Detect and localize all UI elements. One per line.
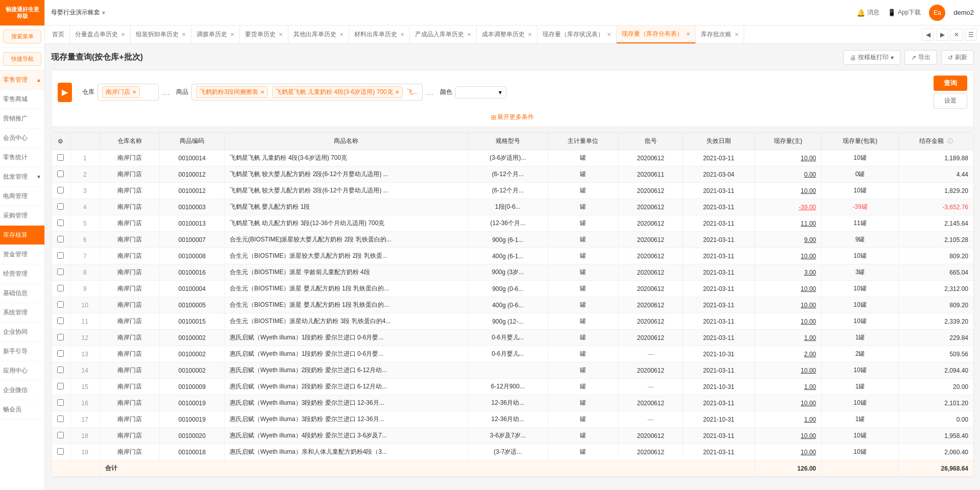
td-qty-main[interactable]: 10.00	[754, 297, 821, 313]
td-checkbox[interactable]	[52, 444, 70, 460]
close-icon[interactable]: ✕	[467, 32, 471, 37]
username-label[interactable]: demo2	[953, 9, 974, 16]
sidebar-item-inventory-audit[interactable]: 库存核算	[0, 226, 44, 245]
info-icon[interactable]: ⓘ	[947, 138, 953, 144]
sidebar-item-finance-mgmt[interactable]: 资金管理	[0, 245, 44, 264]
close-icon[interactable]: ✕	[686, 31, 690, 37]
td-qty-main[interactable]: 10.00	[754, 444, 821, 460]
td-qty-main[interactable]: 10.00	[754, 183, 821, 199]
sidebar-item-retail-mgmt[interactable]: 零售管理 ▲	[0, 70, 44, 90]
tab-other-out[interactable]: 其他出库单历史 ✕	[288, 26, 349, 43]
td-checkbox[interactable]	[52, 232, 70, 248]
td-qty-main[interactable]: 10.00	[754, 281, 821, 297]
sidebar-item-sys-mgmt[interactable]: 系统管理	[0, 303, 44, 323]
query-button[interactable]: 查询	[934, 76, 967, 91]
sidebar-item-marketing[interactable]: 营销推广	[0, 109, 44, 129]
close-icon[interactable]: ✕	[121, 32, 125, 37]
close-icon[interactable]: ✕	[182, 32, 186, 37]
refresh-button[interactable]: ↺ 刷新	[941, 50, 974, 65]
td-qty-main[interactable]: 0.00	[754, 166, 821, 183]
warehouse-more-icon[interactable]: …	[162, 88, 170, 96]
td-checkbox[interactable]	[52, 199, 70, 215]
td-qty-main[interactable]: 1.00	[754, 411, 821, 428]
td-qty-main[interactable]: 2.00	[754, 346, 821, 362]
td-checkbox[interactable]	[52, 166, 70, 183]
td-qty-main[interactable]: 10.00	[754, 150, 821, 166]
warehouse-input[interactable]: 南岸门店 ✕	[97, 84, 159, 101]
remove-product-2-icon[interactable]: ✕	[395, 89, 399, 95]
remove-warehouse-icon[interactable]: ✕	[132, 89, 136, 95]
tab-disassemble[interactable]: 组装拆卸单历史 ✕	[131, 26, 191, 43]
td-checkbox[interactable]	[52, 362, 70, 379]
product-more-icon[interactable]: …	[426, 88, 434, 96]
sidebar-item-basic-info[interactable]: 基础信息	[0, 284, 44, 303]
sidebar-item-enterprise-collab[interactable]: 企业协同	[0, 323, 44, 342]
td-qty-main[interactable]: 10.00	[754, 313, 821, 330]
industry-selector[interactable]: 母婴行业演示账套 ▾	[51, 8, 105, 17]
tab-menu-button[interactable]: ☰	[965, 29, 977, 41]
user-avatar[interactable]: Ea	[929, 5, 945, 21]
setting-button[interactable]: 设置	[934, 93, 967, 109]
color-input[interactable]: ▾	[455, 86, 506, 99]
sidebar-item-ops-mgmt[interactable]: 经营管理	[0, 264, 44, 284]
close-icon[interactable]: ✕	[339, 32, 344, 37]
tab-close-button[interactable]: ✕	[950, 29, 963, 41]
td-checkbox[interactable]	[52, 150, 70, 166]
tab-home[interactable]: 首页	[47, 26, 70, 43]
td-checkbox[interactable]	[52, 395, 70, 411]
td-qty-main[interactable]: 1.00	[754, 379, 821, 395]
app-download-button[interactable]: 📱 App下载	[888, 8, 921, 17]
close-icon[interactable]: ✕	[230, 32, 234, 37]
td-checkbox[interactable]	[52, 313, 70, 330]
sidebar-item-new-guide[interactable]: 新手引导	[0, 342, 44, 361]
close-icon[interactable]: ✕	[607, 32, 611, 37]
sidebar-item-member-center[interactable]: 会员中心	[0, 129, 44, 148]
sidebar-item-app-center[interactable]: 应用中心	[0, 361, 44, 381]
td-checkbox[interactable]	[52, 346, 70, 362]
filter-expand-left-button[interactable]: ▶	[58, 83, 72, 102]
settings-icon[interactable]: ⚙	[58, 138, 63, 145]
search-menu-button[interactable]: 搜索菜单	[3, 30, 41, 43]
sidebar-item-purchase-mgmt[interactable]: 采购管理	[0, 206, 44, 226]
tab-batch-account[interactable]: 库存批次账 ✕	[696, 26, 744, 43]
message-button[interactable]: 🔔 消息	[856, 8, 879, 17]
tab-inventory-status[interactable]: 现存量（库存状况表） ✕	[537, 26, 617, 43]
tab-demand[interactable]: 要货单历史 ✕	[240, 26, 288, 43]
tab-prev-button[interactable]: ◀	[922, 29, 934, 41]
sidebar-item-retail-stats[interactable]: 零售统计	[0, 148, 44, 167]
close-icon[interactable]: ✕	[734, 32, 739, 37]
td-checkbox[interactable]	[52, 215, 70, 232]
expand-conditions-button[interactable]: ⊞ 展开更多条件	[58, 113, 967, 121]
export-button[interactable]: ↗ 导出	[904, 50, 937, 65]
tab-material-out[interactable]: 材料出库单历史 ✕	[349, 26, 410, 43]
sidebar-item-retail-mall[interactable]: 零售商城	[0, 90, 44, 109]
td-qty-main[interactable]: 1.00	[754, 330, 821, 346]
td-qty-main[interactable]: 10.00	[754, 362, 821, 379]
tab-product-in[interactable]: 产成品入库单历史 ✕	[410, 26, 477, 43]
th-settings[interactable]: ⚙	[52, 133, 70, 150]
remove-product-1-icon[interactable]: ✕	[260, 89, 264, 95]
td-qty-main[interactable]: 10.00	[754, 428, 821, 444]
td-qty-main[interactable]: 10.00	[754, 395, 821, 411]
td-checkbox[interactable]	[52, 428, 70, 444]
product-input[interactable]: 飞鹤奶粉3段同捆擦装 ✕ 飞鹤星飞帆 儿童奶粉 4段(3-6岁适用) 700克 …	[191, 84, 423, 101]
td-qty-main[interactable]: 10.00	[754, 248, 821, 264]
sidebar-item-wholesale-mgmt[interactable]: 批发管理 ▼	[0, 167, 44, 187]
close-icon[interactable]: ✕	[528, 32, 532, 37]
td-checkbox[interactable]	[52, 264, 70, 281]
shortcut-nav-button[interactable]: 快捷导航	[3, 52, 41, 66]
sidebar-item-ecom-mgmt[interactable]: 电商管理	[0, 187, 44, 206]
tab-inventory-dist[interactable]: 现存量（库存分布表） ✕	[617, 26, 696, 43]
td-checkbox[interactable]	[52, 281, 70, 297]
tab-split-stock[interactable]: 分量盘点单历史 ✕	[70, 26, 131, 43]
td-checkbox[interactable]	[52, 297, 70, 313]
close-icon[interactable]: ✕	[400, 32, 404, 37]
tab-cost-adjust[interactable]: 成本调整单历史 ✕	[477, 26, 537, 43]
td-qty-main[interactable]: 9.00	[754, 232, 821, 248]
tab-next-button[interactable]: ▶	[936, 29, 948, 41]
td-checkbox[interactable]	[52, 330, 70, 346]
tab-mixing[interactable]: 调拨单历史 ✕	[191, 26, 240, 43]
td-checkbox[interactable]	[52, 183, 70, 199]
td-qty-main[interactable]: 3.00	[754, 264, 821, 281]
td-qty-main[interactable]: -39.00	[754, 199, 821, 215]
